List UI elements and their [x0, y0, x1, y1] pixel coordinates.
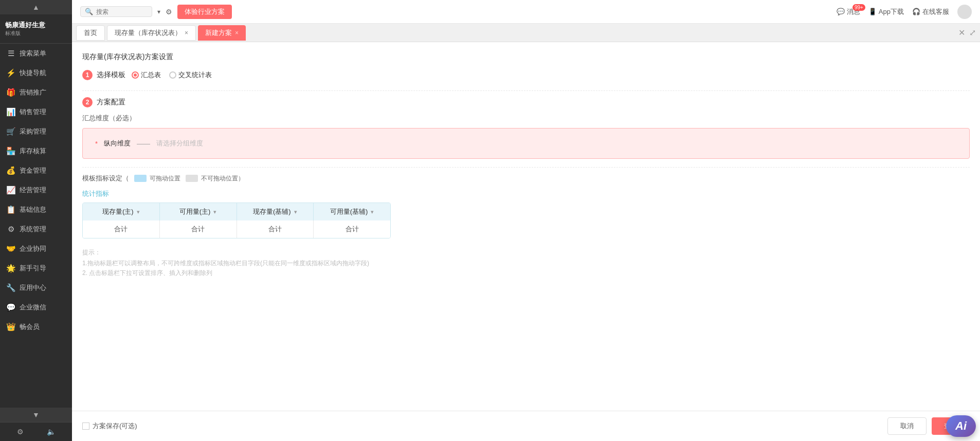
sidebar-scroll-up[interactable]: ▲: [0, 0, 72, 14]
col-header-3-chevron: ▾: [294, 209, 297, 215]
appcenter-icon: 🔧: [6, 283, 15, 292]
col-header-2[interactable]: 可用量(主) ▾: [160, 203, 237, 220]
sidebar-item-marketing[interactable]: 🎁 营销推广: [0, 83, 72, 102]
tabs-bar: 首页 现存量（库存状况表） × 新建方案 × ✕ ⤢: [72, 24, 980, 42]
dimension-name: 纵向维度: [104, 139, 131, 148]
sidebar-item-newguide[interactable]: 🌟 新手引导: [0, 259, 72, 278]
sidebar-item-management[interactable]: 📈 经营管理: [0, 180, 72, 200]
tips-section: 提示： 1.拖动标题栏可以调整布局，不可跨维度或指标区域拖动栏目字段(只能在同一…: [82, 248, 970, 278]
sidebar-item-label: 企业协同: [20, 244, 46, 253]
sidebar-item-sales[interactable]: 📊 销售管理: [0, 102, 72, 122]
sidebar-item-label: 快捷导航: [20, 68, 46, 78]
sidebar-item-quicknav[interactable]: ⚡ 快捷导航: [0, 63, 72, 83]
headset-icon: 🎧: [912, 8, 920, 15]
sidebar-item-weixin[interactable]: 💬 企业微信: [0, 298, 72, 317]
sidebar-item-purchase[interactable]: 🛒 采购管理: [0, 122, 72, 141]
tab-new-plan[interactable]: 新建方案 ×: [198, 25, 246, 41]
cancel-button[interactable]: 取消: [887, 417, 927, 435]
col-header-1[interactable]: 现存量(主) ▾: [83, 203, 160, 220]
sidebar-item-member[interactable]: 👑 畅会员: [0, 317, 72, 337]
app-subtitle: 标准版: [5, 30, 67, 37]
cooperation-icon: 🤝: [6, 244, 15, 253]
non-draggable-legend-label: 不可拖动位置）: [201, 174, 244, 183]
basic-info-icon: 📋: [6, 205, 15, 214]
tab-home[interactable]: 首页: [76, 25, 105, 41]
app-download-label: App下载: [879, 7, 904, 16]
sidebar-item-basic-info[interactable]: 📋 基础信息: [0, 200, 72, 219]
step2-section: 2 方案配置 汇总维度（必选） * 纵向维度 —— 请选择分组维度: [82, 97, 970, 278]
template-radio-group: 汇总表 交叉统计表: [132, 70, 212, 80]
agg-dimension-label: 汇总维度（必选）: [82, 114, 970, 123]
radio-summary-label: 汇总表: [141, 70, 161, 80]
sidebar-footer: ⚙ 🔈: [0, 422, 72, 441]
page-title: 现存量(库存状况表)方案设置: [82, 52, 970, 62]
settings-footer-icon[interactable]: ⚙: [17, 428, 24, 436]
topbar-search[interactable]: 🔍: [80, 6, 152, 17]
purchase-icon: 🛒: [6, 127, 15, 136]
tips-item-2: 2. 点击标题栏下拉可设置排序、插入列和删除列: [82, 269, 970, 278]
sidebar-item-system[interactable]: ⚙ 系统管理: [0, 219, 72, 239]
tab-new-plan-label: 新建方案: [205, 28, 232, 38]
topbar-dropdown[interactable]: ▾: [157, 8, 160, 15]
ai-bubble[interactable]: Ai: [946, 415, 976, 437]
window-expand-icon[interactable]: ⤢: [969, 28, 976, 38]
sidebar-item-appcenter[interactable]: 🔧 应用中心: [0, 278, 72, 298]
sidebar-item-finance[interactable]: 💰 资金管理: [0, 161, 72, 180]
topbar-settings-icon[interactable]: ⚙: [166, 8, 172, 16]
search-input[interactable]: [96, 8, 148, 15]
sidebar-item-label: 库存核算: [20, 146, 46, 156]
col-header-4[interactable]: 可用量(基辅) ▾: [314, 203, 390, 220]
stats-table: 现存量(主) ▾ 可用量(主) ▾ 现存量(基辅) ▾: [82, 203, 391, 238]
sidebar-item-label: 系统管理: [20, 225, 46, 234]
save-checkbox[interactable]: [82, 422, 89, 430]
step2-header: 2 方案配置: [82, 97, 970, 107]
avatar-item[interactable]: [957, 5, 972, 19]
dimension-placeholder: 请选择分组维度: [156, 139, 203, 148]
col-header-3[interactable]: 现存量(基辅) ▾: [237, 203, 314, 220]
online-service-label: 在线客服: [922, 7, 949, 16]
draggable-legend: 可拖动位置: [134, 174, 180, 183]
sidebar: ▲ 畅康通好生意 标准版 ☰ 搜索菜单 ⚡ 快捷导航 🎁 营销推广 📊 销售管理…: [0, 0, 72, 441]
inventory-icon: 🏪: [6, 146, 15, 156]
sidebar-item-label: 销售管理: [20, 107, 46, 117]
message-item[interactable]: 💬 消息 99+: [837, 7, 860, 16]
weixin-icon: 💬: [6, 303, 15, 312]
indicator-settings: 模板指标设定（ 可拖动位置 不可拖动位置）: [82, 174, 970, 183]
col-header-1-label: 现存量(主): [102, 207, 134, 216]
content-inner: 现存量(库存状况表)方案设置 1 选择模板 汇总表: [72, 42, 980, 441]
app-download-item[interactable]: 📱 App下载: [868, 7, 904, 16]
audio-footer-icon[interactable]: 🔈: [47, 428, 56, 436]
avatar: [957, 5, 972, 19]
tab-inventory[interactable]: 现存量（库存状况表） ×: [107, 25, 196, 41]
quicknav-icon: ⚡: [6, 68, 15, 78]
col-header-4-label: 可用量(基辅): [330, 207, 368, 216]
divider1: [82, 90, 970, 91]
sidebar-item-search[interactable]: ☰ 搜索菜单: [0, 44, 72, 63]
save-option[interactable]: 方案保存(可选): [82, 421, 137, 431]
marketing-icon: 🎁: [6, 88, 15, 97]
sidebar-scroll-down[interactable]: ▼: [0, 408, 72, 422]
sidebar-item-label: 采购管理: [20, 127, 46, 136]
stats-title: 统计指标: [82, 189, 970, 198]
industry-btn[interactable]: 体验行业方案: [177, 5, 232, 19]
indicator-settings-row: 模板指标设定（ 可拖动位置 不可拖动位置）: [82, 174, 970, 183]
sidebar-item-inventory[interactable]: 🏪 库存核算: [0, 141, 72, 161]
sidebar-logo: 畅康通好生意 标准版: [0, 14, 72, 44]
dimension-box: * 纵向维度 —— 请选择分组维度: [82, 128, 970, 159]
tab-inventory-close[interactable]: ×: [185, 29, 188, 36]
radio-summary[interactable]: 汇总表: [132, 70, 161, 80]
window-close-icon[interactable]: ✕: [958, 28, 965, 38]
draggable-legend-label: 可拖动位置: [150, 174, 180, 183]
online-service-item[interactable]: 🎧 在线客服: [912, 7, 949, 16]
col-header-3-label: 现存量(基辅): [253, 207, 291, 216]
col-header-2-chevron: ▾: [213, 209, 216, 215]
stats-table-body: 合计 合计 合计 合计: [83, 220, 390, 238]
tab-new-plan-close[interactable]: ×: [235, 29, 239, 36]
main-area: 🔍 ▾ ⚙ 体验行业方案 💬 消息 99+ 📱 App下载 🎧 在线客服: [72, 0, 980, 441]
draggable-block: [134, 175, 147, 182]
sidebar-item-cooperation[interactable]: 🤝 企业协同: [0, 239, 72, 259]
radio-cross[interactable]: 交叉统计表: [169, 70, 212, 80]
stats-section: 统计指标 现存量(主) ▾ 可用量(主) ▾: [82, 189, 970, 240]
save-label: 方案保存(可选): [93, 421, 137, 431]
message-icon: 💬: [837, 8, 845, 15]
